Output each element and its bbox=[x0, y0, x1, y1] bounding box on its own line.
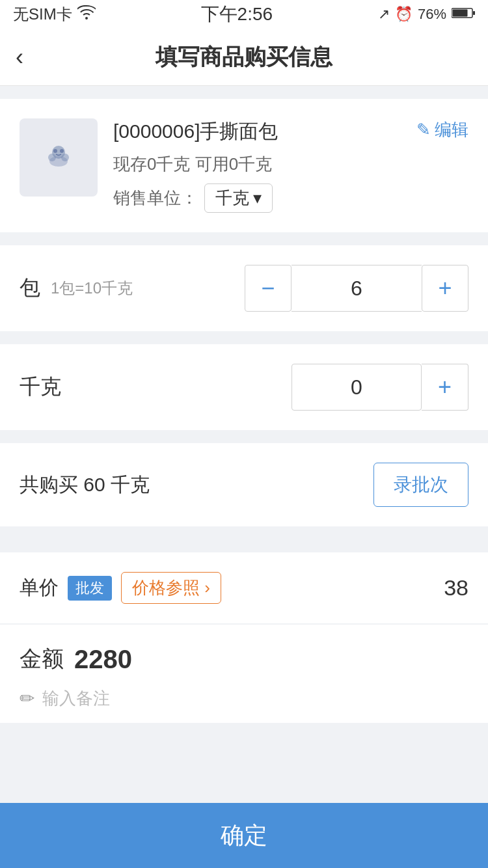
location-icon: ↗ bbox=[378, 6, 390, 23]
amount-label: 金额 bbox=[20, 644, 64, 674]
note-row[interactable]: ✏ 输入备注 bbox=[20, 687, 468, 710]
edit-icon: ✎ bbox=[416, 120, 431, 140]
plus-icon: + bbox=[438, 275, 452, 302]
confirm-bar[interactable]: 确定 bbox=[0, 803, 488, 868]
unit-value: 千克 bbox=[215, 187, 249, 210]
package-label: 包 1包=10千克 bbox=[20, 274, 133, 303]
product-card: [0000006]手撕面包 现存0千克 可用0千克 销售单位： 千克 ▾ ✎ 编… bbox=[0, 99, 488, 232]
price-tag-pifa: 批发 bbox=[68, 576, 112, 601]
product-name: [0000006]手撕面包 bbox=[113, 118, 468, 145]
page-title: 填写商品购买信息 bbox=[156, 42, 332, 72]
kg-label: 千克 bbox=[20, 373, 61, 401]
total-text: 共购买 60 千克 bbox=[20, 472, 150, 498]
product-unit: 销售单位： 千克 ▾ bbox=[113, 183, 468, 213]
battery-percent: 76% bbox=[418, 6, 446, 23]
product-image bbox=[20, 118, 98, 197]
edit-label: 编辑 bbox=[435, 118, 468, 141]
price-value: 38 bbox=[444, 575, 468, 601]
no-sim-text: 无SIM卡 bbox=[13, 4, 72, 25]
kg-text: 千克 bbox=[20, 373, 61, 401]
amount-section: 金额 2280 ✏ 输入备注 bbox=[0, 625, 488, 723]
product-info: [0000006]手撕面包 现存0千克 可用0千克 销售单位： 千克 ▾ bbox=[113, 118, 468, 213]
package-hint: 1包=10千克 bbox=[51, 278, 133, 299]
svg-rect-2 bbox=[453, 10, 468, 17]
package-text: 包 bbox=[20, 274, 40, 303]
kg-row: 千克 + bbox=[20, 344, 468, 430]
price-reference-button[interactable]: 价格参照 › bbox=[121, 572, 221, 604]
kg-plus-icon: + bbox=[438, 373, 452, 401]
minus-icon: − bbox=[261, 275, 275, 302]
svg-rect-1 bbox=[473, 11, 475, 15]
back-button[interactable]: ‹ bbox=[16, 44, 23, 71]
package-input[interactable] bbox=[291, 265, 422, 312]
status-bar: 无SIM卡 下午2:56 ↗ ⏰ 76% bbox=[0, 0, 488, 29]
record-batch-label: 录批次 bbox=[394, 474, 448, 495]
package-controls: − + bbox=[245, 265, 468, 312]
divider-4 bbox=[0, 526, 488, 539]
kg-plus-button[interactable]: + bbox=[422, 364, 468, 411]
price-ref-label: 价格参照 › bbox=[132, 576, 210, 599]
unit-dropdown[interactable]: 千克 ▾ bbox=[204, 183, 273, 213]
svg-point-7 bbox=[53, 149, 57, 153]
record-batch-button[interactable]: 录批次 bbox=[373, 463, 468, 507]
dropdown-arrow-icon: ▾ bbox=[253, 188, 262, 208]
header: ‹ 填写商品购买信息 bbox=[0, 29, 488, 86]
kg-input[interactable] bbox=[291, 364, 422, 411]
kg-controls: + bbox=[291, 364, 468, 411]
battery-icon bbox=[452, 6, 475, 23]
note-placeholder: 输入备注 bbox=[42, 687, 110, 710]
edit-button[interactable]: ✎ 编辑 bbox=[416, 118, 468, 141]
divider-2 bbox=[0, 331, 488, 344]
amount-row: 金额 2280 bbox=[20, 644, 468, 674]
package-plus-button[interactable]: + bbox=[422, 265, 468, 312]
status-time: 下午2:56 bbox=[201, 2, 273, 27]
note-icon: ✏ bbox=[20, 688, 34, 709]
alarm-icon: ⏰ bbox=[395, 6, 413, 23]
divider-3 bbox=[0, 430, 488, 443]
kg-section: 千克 + bbox=[0, 344, 488, 430]
total-section: 共购买 60 千克 录批次 bbox=[0, 443, 488, 526]
amount-value: 2280 bbox=[74, 645, 132, 674]
svg-point-8 bbox=[60, 149, 64, 153]
package-minus-button[interactable]: − bbox=[245, 265, 291, 312]
unit-label: 销售单位： bbox=[113, 187, 198, 210]
wifi-icon bbox=[77, 5, 96, 23]
status-right: ↗ ⏰ 76% bbox=[378, 6, 475, 23]
svg-point-6 bbox=[49, 156, 68, 167]
package-section: 包 1包=10千克 − + bbox=[0, 245, 488, 331]
product-stock: 现存0千克 可用0千克 bbox=[113, 153, 468, 176]
price-section: 单价 批发 价格参照 › 38 bbox=[0, 552, 488, 623]
divider-1 bbox=[0, 232, 488, 245]
price-left: 单价 批发 价格参照 › bbox=[20, 572, 221, 604]
package-row: 包 1包=10千克 − + bbox=[20, 245, 468, 331]
confirm-button-label: 确定 bbox=[221, 820, 267, 852]
price-label: 单价 bbox=[20, 575, 59, 601]
status-left: 无SIM卡 bbox=[13, 4, 96, 25]
